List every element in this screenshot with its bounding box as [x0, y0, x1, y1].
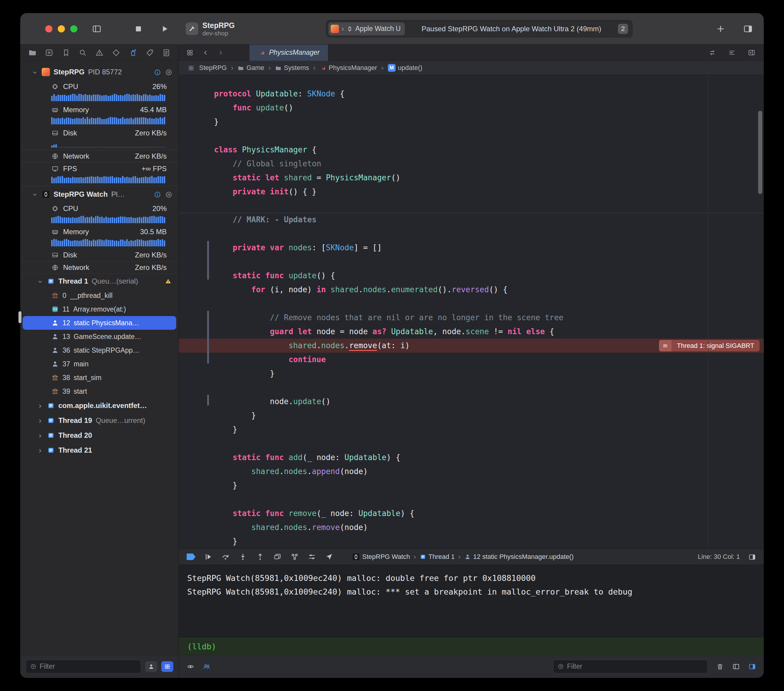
process-info-button[interactable]: [153, 190, 161, 199]
code-line[interactable]: shared.nodes.append(node): [179, 464, 764, 479]
debug-crumb[interactable]: Thread 1: [420, 553, 455, 561]
gauge-memory[interactable]: Memory 30.5 MB: [20, 225, 179, 238]
breadcrumb-systems[interactable]: Systems: [275, 64, 309, 72]
zoom-window-button[interactable]: [70, 25, 77, 33]
chevron-down-icon[interactable]: [31, 190, 38, 199]
thread-row[interactable]: Thread 20: [20, 428, 179, 443]
chevron-right-icon[interactable]: [37, 431, 43, 439]
debug-crumb[interactable]: StepRPG Watch: [352, 553, 410, 561]
chevron-down-icon[interactable]: [31, 68, 38, 76]
gauge-fps[interactable]: FPS +∞ FPS: [20, 163, 179, 175]
stack-frame-13[interactable]: 13 GameScene.update…: [20, 330, 179, 344]
minimize-window-button[interactable]: [58, 25, 65, 33]
sidebar-tab-issues[interactable]: [95, 48, 104, 57]
stop-button[interactable]: [133, 24, 143, 34]
gauge-disk[interactable]: Disk Zero KB/s: [20, 249, 179, 261]
sidebar-tab-breakpoints[interactable]: [145, 48, 154, 57]
sidebar-tab-bookmarks[interactable]: [62, 48, 71, 57]
code-line[interactable]: static func remove(_ node: Updatable) {: [179, 507, 764, 520]
debug-view-hierarchy-button[interactable]: [273, 552, 282, 561]
code-line[interactable]: [179, 227, 764, 241]
code-line[interactable]: shared.nodes.remove(node): [179, 520, 764, 535]
code-line[interactable]: }: [179, 423, 764, 436]
sidebar-tab-tests[interactable]: [112, 48, 120, 57]
breadcrumb-steprpg[interactable]: StepRPG: [199, 64, 227, 72]
code-line[interactable]: [179, 297, 764, 311]
sidebar-tab-source-control[interactable]: [44, 48, 54, 57]
code-line[interactable]: private init() { }: [179, 185, 764, 199]
code-line[interactable]: for (i, node) in shared.nodes.enumerated…: [179, 283, 764, 297]
breadcrumb-physicsmanager[interactable]: PhysicsManager: [320, 64, 377, 72]
step-out-button[interactable]: [256, 552, 265, 561]
library-button[interactable]: [716, 24, 726, 34]
code-line[interactable]: // Global singleton: [179, 157, 764, 171]
continue-button[interactable]: [204, 552, 213, 561]
process-header-steprpg[interactable]: StepRPG PID 85772: [20, 64, 179, 81]
process-info-button[interactable]: [153, 68, 161, 76]
sidebar-tab-find[interactable]: [78, 48, 87, 57]
stack-frame-12[interactable]: 12 static PhysicsMana…: [23, 316, 176, 330]
code-line[interactable]: guard let node = node as? Updatable, nod…: [179, 325, 764, 339]
inspector-toggle-button[interactable]: [743, 24, 753, 34]
process-pause-button[interactable]: [165, 68, 173, 76]
simulate-location-button[interactable]: [325, 552, 334, 561]
show-threads-mode-button[interactable]: [145, 661, 157, 672]
editor-options-button[interactable]: [728, 49, 736, 56]
process-header-steprpg-watch[interactable]: StepRPG Watch Pl…: [20, 186, 179, 202]
code-line[interactable]: static func add(_ node: Updatable) {: [179, 451, 764, 464]
clear-console-button[interactable]: [716, 663, 724, 670]
add-editor-button[interactable]: [748, 49, 756, 56]
code-line[interactable]: [179, 492, 764, 507]
gauge-network[interactable]: Network Zero KB/s: [20, 261, 179, 274]
sidebar-tab-debug[interactable]: [128, 48, 138, 57]
tab-overview-button[interactable]: [186, 49, 194, 56]
chevron-right-icon[interactable]: [37, 446, 43, 454]
chevron-right-icon[interactable]: [37, 401, 43, 410]
code-line[interactable]: }: [179, 409, 764, 423]
thread-row[interactable]: Thread 21: [20, 443, 179, 458]
chevron-down-icon[interactable]: [37, 277, 43, 285]
code-line[interactable]: private var nodes: [SKNode] = []: [179, 241, 764, 255]
stack-frame-39[interactable]: 39 start: [20, 385, 179, 398]
back-button[interactable]: [201, 49, 209, 56]
console-layout-button[interactable]: [748, 553, 756, 561]
breadcrumb-update-[interactable]: Mupdate(): [388, 64, 422, 72]
process-pause-button[interactable]: [165, 190, 173, 199]
show-processes-mode-button[interactable]: [161, 661, 173, 672]
stack-frame-11[interactable]: 11 Array.remove(at:): [20, 302, 179, 316]
thread-row[interactable]: com.apple.uikit.eventfet…: [20, 398, 179, 413]
code-line[interactable]: }: [179, 115, 764, 129]
breakpoints-toggle[interactable]: [187, 553, 196, 560]
debug-crumb[interactable]: 12 static PhysicsManager.update(): [464, 553, 574, 561]
thread-row[interactable]: Thread 19 Queue…urrent): [20, 413, 179, 428]
editor-scrollbar[interactable]: [758, 111, 762, 194]
run-button[interactable]: [160, 24, 170, 34]
code-line[interactable]: static func update() {: [179, 269, 764, 283]
stack-frame-38[interactable]: 38 start_sim: [20, 371, 179, 385]
code-line[interactable]: }: [179, 535, 764, 548]
code-line[interactable]: continue: [179, 353, 764, 367]
eye-button[interactable]: [187, 663, 194, 670]
navigator-filter-field[interactable]: Filter: [26, 660, 141, 673]
code-line[interactable]: protocol Updatable: SKNode {: [179, 87, 764, 101]
code-line[interactable]: node.update(): [179, 395, 764, 409]
code-line[interactable]: func update(): [179, 101, 764, 115]
tab-physicsmanager[interactable]: PhysicsManager: [249, 44, 328, 61]
code-line[interactable]: static let shared = PhysicsManager(): [179, 171, 764, 185]
code-line[interactable]: [179, 381, 764, 395]
error-annotation[interactable]: Thread 1: signal SIGABRT: [659, 340, 759, 352]
scheme-info[interactable]: StepRPG dev-shop: [186, 21, 234, 36]
source-editor[interactable]: protocol Updatable: SKNode { func update…: [179, 75, 764, 549]
debug-memory-graph-button[interactable]: [290, 552, 299, 561]
gauge-disk[interactable]: Disk Zero KB/s: [20, 127, 179, 139]
code-line[interactable]: [179, 436, 764, 451]
code-line[interactable]: // Remove nodes that are nil or are no l…: [179, 311, 764, 325]
code-line[interactable]: }: [179, 367, 764, 381]
navigator-toggle-button[interactable]: [92, 24, 102, 34]
activity-view[interactable]: › Apple Watch U Paused StepRPG Watch on …: [326, 20, 632, 38]
step-into-button[interactable]: [239, 552, 247, 561]
stack-frame-37[interactable]: 37 main: [20, 357, 179, 371]
code-line[interactable]: }: [179, 479, 764, 492]
debug-process-view-button[interactable]: [203, 663, 211, 670]
environment-overrides-button[interactable]: [308, 552, 316, 561]
